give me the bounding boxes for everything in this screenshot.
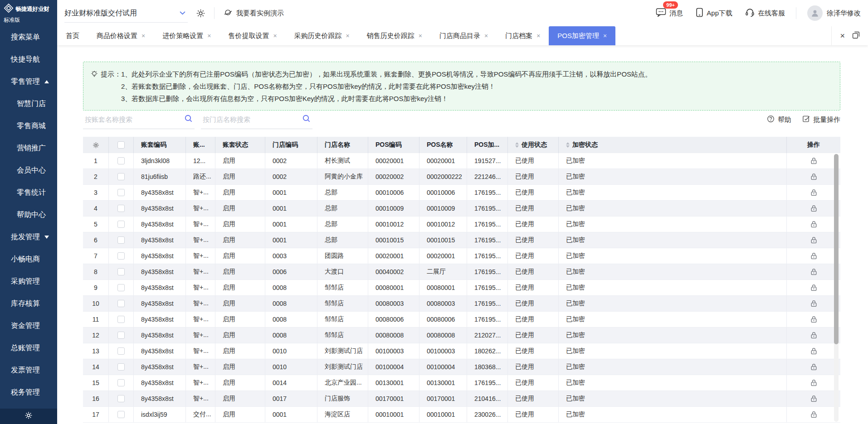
- tab-门店商品目录[interactable]: 门店商品目录×: [431, 26, 497, 45]
- row-checkbox[interactable]: [117, 284, 125, 291]
- row-checkbox[interactable]: [117, 363, 125, 371]
- tab-close-icon[interactable]: ×: [484, 32, 488, 39]
- tab-close-icon[interactable]: ×: [273, 32, 277, 39]
- cell-action[interactable]: [787, 217, 840, 232]
- row-checkbox[interactable]: [117, 268, 125, 275]
- tab-close-icon[interactable]: ×: [536, 32, 540, 39]
- sidebar-item-库存核算[interactable]: 库存核算: [0, 293, 57, 315]
- lock-icon[interactable]: [810, 316, 817, 323]
- cell-action[interactable]: [787, 185, 840, 200]
- cell-action[interactable]: [787, 280, 840, 295]
- account-search-input[interactable]: [84, 115, 177, 124]
- tab-close-icon[interactable]: ×: [419, 32, 422, 39]
- row-checkbox[interactable]: [117, 236, 125, 244]
- cell-action[interactable]: [787, 201, 840, 216]
- sidebar-item-智慧门店[interactable]: 智慧门店: [0, 93, 57, 115]
- cell-action[interactable]: [787, 407, 840, 422]
- lock-icon[interactable]: [810, 332, 817, 339]
- cell-action[interactable]: [787, 248, 840, 264]
- lock-icon[interactable]: [810, 363, 817, 371]
- sidebar-item-帮助中心[interactable]: 帮助中心: [0, 204, 57, 226]
- tab-close-icon[interactable]: ×: [207, 32, 211, 39]
- sort-arrows-icon[interactable]: [566, 142, 570, 148]
- sidebar-item-搜索菜单[interactable]: 搜索菜单: [0, 26, 57, 48]
- sidebar-item-档案管理[interactable]: 档案管理: [0, 404, 57, 408]
- lock-icon[interactable]: [810, 411, 817, 418]
- lock-icon[interactable]: [810, 189, 817, 196]
- sidebar-item-会员中心[interactable]: 会员中心: [0, 159, 57, 182]
- demo-link[interactable]: 我要看实例演示: [223, 8, 284, 19]
- cell-action[interactable]: [787, 391, 840, 406]
- lock-icon[interactable]: [810, 395, 817, 402]
- row-checkbox[interactable]: [117, 347, 125, 355]
- column-header-action[interactable]: 操作: [787, 137, 840, 153]
- gear-icon[interactable]: [93, 142, 99, 149]
- sidebar-item-采购管理[interactable]: 采购管理: [0, 270, 57, 293]
- search-icon[interactable]: [302, 114, 311, 125]
- lock-icon[interactable]: [810, 157, 817, 164]
- sidebar-item-小畅电商[interactable]: 小畅电商: [0, 248, 57, 270]
- cell-action[interactable]: [787, 232, 840, 248]
- row-checkbox[interactable]: [117, 252, 125, 260]
- column-header-pos_name[interactable]: POS名称: [419, 137, 467, 153]
- row-checkbox[interactable]: [117, 205, 125, 212]
- lock-icon[interactable]: [810, 300, 817, 307]
- tab-售价提取设置[interactable]: 售价提取设置×: [219, 26, 285, 45]
- scrollbar-thumb[interactable]: [834, 154, 839, 344]
- row-checkbox[interactable]: [117, 411, 125, 418]
- tab-close-icon[interactable]: ×: [603, 32, 607, 39]
- lock-icon[interactable]: [810, 268, 817, 275]
- column-settings-cell[interactable]: [83, 137, 109, 153]
- cell-action[interactable]: [787, 359, 840, 375]
- sidebar-item-营销推广[interactable]: 营销推广: [0, 137, 57, 159]
- help-button[interactable]: 帮助: [767, 115, 791, 124]
- column-header-enc_status[interactable]: 加密状态: [559, 137, 787, 153]
- messages-button[interactable]: 99+ 消息: [656, 8, 683, 19]
- lock-icon[interactable]: [810, 347, 817, 355]
- tab-进价策略设置[interactable]: 进价策略设置×: [154, 26, 219, 45]
- cell-action[interactable]: [787, 264, 840, 279]
- cell-action[interactable]: [787, 296, 840, 311]
- lock-icon[interactable]: [810, 252, 817, 260]
- column-header-acct_name[interactable]: 账...: [186, 137, 215, 153]
- sidebar-item-快捷导航[interactable]: 快捷导航: [0, 48, 57, 71]
- cell-action[interactable]: [787, 343, 840, 359]
- sidebar-item-零售统计[interactable]: 零售统计: [0, 182, 57, 204]
- column-header-acct_code[interactable]: 账套编码: [134, 137, 186, 153]
- sidebar-item-发票管理[interactable]: 发票管理: [0, 359, 57, 381]
- column-header-pos_code[interactable]: POS编码: [368, 137, 419, 153]
- tab-POS加密管理[interactable]: POS加密管理×: [549, 26, 615, 45]
- tabs-overview-icon[interactable]: [852, 31, 860, 41]
- row-checkbox[interactable]: [117, 157, 125, 164]
- cell-action[interactable]: [787, 169, 840, 184]
- lock-icon[interactable]: [810, 173, 817, 180]
- row-checkbox[interactable]: [117, 379, 125, 386]
- row-checkbox[interactable]: [117, 300, 125, 307]
- sidebar-settings-button[interactable]: [0, 409, 57, 424]
- sidebar-item-批发管理[interactable]: 批发管理: [0, 226, 57, 248]
- lock-icon[interactable]: [810, 221, 817, 228]
- row-checkbox[interactable]: [117, 332, 125, 339]
- sidebar-item-税务管理[interactable]: 税务管理: [0, 381, 57, 404]
- tab-商品价格设置[interactable]: 商品价格设置×: [88, 26, 154, 45]
- tab-销售历史价跟踪[interactable]: 销售历史价跟踪×: [358, 26, 431, 45]
- column-header-store_name[interactable]: 门店名称: [317, 137, 368, 153]
- lock-icon[interactable]: [810, 236, 817, 244]
- lock-icon[interactable]: [810, 205, 817, 212]
- select-all-checkbox[interactable]: [117, 141, 125, 149]
- column-header-pos_key[interactable]: POS加...: [467, 137, 508, 153]
- tab-close-icon[interactable]: ×: [346, 32, 350, 39]
- cell-action[interactable]: [787, 153, 840, 169]
- cell-action[interactable]: [787, 312, 840, 327]
- row-checkbox[interactable]: [117, 221, 125, 228]
- column-header-acct_status[interactable]: 账套状态: [215, 137, 265, 153]
- tab-门店档案[interactable]: 门店档案×: [497, 26, 549, 45]
- tab-采购历史价跟踪[interactable]: 采购历史价跟踪×: [286, 26, 358, 45]
- close-all-tabs-icon[interactable]: ×: [840, 32, 845, 40]
- sidebar-item-资金管理[interactable]: 资金管理: [0, 315, 57, 337]
- app-download-button[interactable]: App下载: [696, 8, 732, 19]
- tab-首页[interactable]: 首页: [57, 26, 88, 45]
- sort-arrows-icon[interactable]: [515, 142, 519, 148]
- row-checkbox[interactable]: [117, 189, 125, 196]
- settings-gear-icon[interactable]: [196, 9, 205, 18]
